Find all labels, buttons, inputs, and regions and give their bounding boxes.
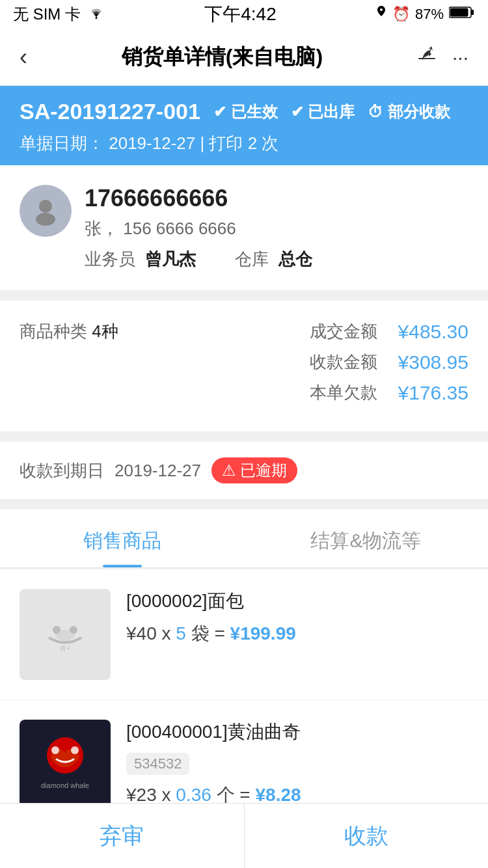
customer-section: 17666666666 张， 156 6666 6666 业务员 曾凡杰 仓库 … [0, 165, 488, 290]
nav-bar: ‹ 销货单详情(来自电脑) ··· [0, 29, 488, 86]
debt-amount-row: 本单欠款 ¥176.35 [310, 381, 468, 404]
receive-amount-row: 收款金额 ¥308.95 [310, 351, 468, 373]
svg-point-0 [96, 17, 98, 19]
date-label: 单据日期： [20, 133, 104, 153]
svg-point-13 [71, 746, 79, 754]
product-details-1: [0000002]面包 ¥40 x 5 袋 = ¥199.99 [126, 589, 468, 646]
back-button[interactable]: ‹ [20, 44, 27, 71]
status-partial: ⏱ 部分收款 [368, 102, 450, 122]
product-thumb-2: diamond whale [20, 720, 111, 811]
customer-phone: 张， 156 6666 6666 [85, 217, 468, 240]
overdue-icon: ⚠ [222, 461, 236, 480]
tab-products[interactable]: 销售商品 [0, 509, 244, 567]
order-date: 2019-12-27 [109, 133, 195, 153]
svg-rect-4 [418, 58, 435, 59]
tabs-section: 销售商品 结算&物流等 [0, 509, 488, 568]
status-bar-time: 下午4:42 [204, 2, 277, 27]
svg-rect-2 [471, 10, 474, 15]
cancel-review-button[interactable]: 弃审 [0, 804, 245, 868]
nav-actions: ··· [417, 45, 468, 69]
location-icon [375, 6, 387, 23]
alarm-icon: ⏰ [392, 6, 410, 23]
financial-summary: 成交金额 ¥485.30 收款金额 ¥308.95 本单欠款 ¥176.35 [310, 320, 468, 412]
due-date-label: 收款到期日 [20, 459, 104, 482]
status-bar-right: ⏰ 87% [375, 6, 475, 23]
carrier-text: 无 SIM 卡 [13, 4, 81, 25]
bottom-action-bar: 弃审 收款 [0, 803, 488, 868]
svg-point-12 [51, 746, 59, 754]
print-count: | 打印 2 次 [200, 133, 278, 153]
product-type-count: 商品种类 4种 [20, 320, 118, 343]
share-button[interactable] [417, 45, 437, 69]
product-item: 兽+ [0000002]面包 ¥40 x 5 袋 = ¥199.99 [0, 569, 488, 700]
nav-title: 销货单详情(来自电脑) [122, 43, 323, 72]
customer-info: 17666666666 张， 156 6666 6666 业务员 曾凡杰 仓库 … [85, 185, 468, 271]
deal-amount-row: 成交金额 ¥485.30 [310, 320, 468, 343]
battery-icon [449, 6, 475, 23]
order-id-row: SA-20191227-001 ✔ 已生效 ✔ 已出库 ⏱ 部分收款 [20, 99, 468, 124]
customer-meta: 业务员 曾凡杰 仓库 总仓 [85, 248, 468, 271]
svg-point-5 [39, 200, 52, 213]
customer-avatar [20, 185, 72, 237]
collect-button[interactable]: 收款 [245, 804, 489, 868]
header-date-row: 单据日期： 2019-12-27 | 打印 2 次 [20, 132, 468, 155]
status-shipped: ✔ 已出库 [291, 102, 355, 122]
svg-text:兽+: 兽+ [60, 645, 70, 652]
overdue-badge: ⚠ 已逾期 [211, 457, 297, 483]
wifi-icon [87, 5, 105, 23]
header-banner: SA-20191227-001 ✔ 已生效 ✔ 已出库 ⏱ 部分收款 单据日期：… [0, 86, 488, 165]
product-batch-2: 534532 [126, 753, 189, 775]
product-details-2: [000400001]黄油曲奇 534532 ¥23 x 0.36 个 = ¥8… [126, 720, 468, 807]
product-thumb-1: 兽+ [20, 589, 111, 680]
svg-rect-3 [450, 8, 468, 17]
product-name-2: [000400001]黄油曲奇 [126, 720, 468, 744]
status-bar: 无 SIM 卡 下午4:42 ⏰ 87% [0, 0, 488, 29]
product-price-1: ¥40 x 5 袋 = ¥199.99 [126, 621, 468, 646]
battery-text: 87% [415, 6, 444, 23]
due-date-section: 收款到期日 2019-12-27 ⚠ 已逾期 [0, 442, 488, 499]
products-section: 兽+ [0000002]面包 ¥40 x 5 袋 = ¥199.99 [0, 569, 488, 831]
warehouse-label: 仓库 总仓 [235, 248, 312, 271]
svg-text:diamond whale: diamond whale [41, 781, 89, 789]
more-button[interactable]: ··· [452, 46, 468, 68]
product-placeholder-1: 兽+ [20, 589, 111, 680]
summary-section: 商品种类 4种 成交金额 ¥485.30 收款金额 ¥308.95 本单欠款 ¥… [0, 301, 488, 431]
tab-settlement[interactable]: 结算&物流等 [244, 509, 488, 567]
customer-name: 17666666666 [85, 185, 468, 212]
status-bar-left: 无 SIM 卡 [13, 4, 105, 25]
staff-label: 业务员 曾凡杰 [85, 248, 196, 271]
svg-point-6 [36, 213, 55, 226]
status-effective: ✔ 已生效 [213, 102, 278, 122]
order-id: SA-20191227-001 [20, 99, 200, 124]
product-name-1: [0000002]面包 [126, 589, 468, 614]
due-date-value: 2019-12-27 [115, 461, 201, 481]
